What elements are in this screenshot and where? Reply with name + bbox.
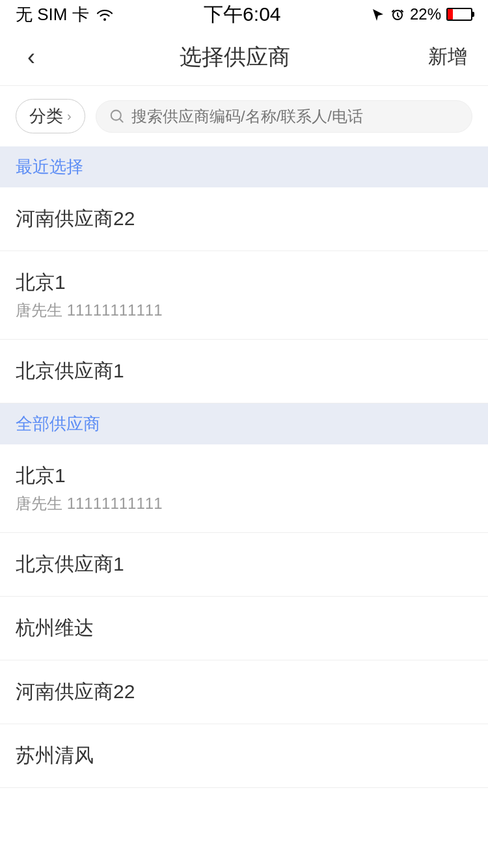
list-item[interactable]: 北京供应商1 [0,533,488,597]
category-filter-button[interactable]: 分类 › [16,99,85,133]
item-contact: 唐先生 11111111111 [16,493,472,514]
category-label: 分类 [29,105,63,128]
alarm-icon [390,7,405,21]
item-name: 河南供应商22 [16,679,472,705]
location-icon [371,7,385,21]
status-bar-time: 下午6:04 [204,1,280,28]
item-name: 北京1 [16,269,472,296]
list-item[interactable]: 北京1唐先生 11111111111 [0,251,488,340]
list-item[interactable]: 河南供应商22 [0,187,488,251]
item-name: 北京1 [16,463,472,489]
search-icon [109,108,125,125]
list-item[interactable]: 北京供应商1 [0,340,488,403]
nav-bar: ‹ 选择供应商 新增 [0,29,488,86]
item-name: 苏州清风 [16,742,472,769]
chevron-right-icon: › [67,109,72,124]
back-button[interactable]: ‹ [21,37,42,77]
battery-percentage: 22% [410,5,441,23]
list-item[interactable]: 河南供应商22 [0,660,488,724]
battery-icon [446,8,472,21]
item-name: 河南供应商22 [16,206,472,232]
item-name: 杭州维达 [16,615,472,642]
section-header-all: 全部供应商 [0,403,488,444]
filter-row: 分类 › [0,86,488,146]
page-title: 选择供应商 [180,42,290,72]
list-item[interactable]: 苏州清风 [0,724,488,788]
status-bar-left: 无 SIM 卡 [16,3,114,26]
search-input[interactable] [131,107,459,126]
list-item[interactable]: 北京1唐先生 11111111111 [0,444,488,533]
item-contact: 唐先生 11111111111 [16,300,472,321]
item-name: 北京供应商1 [16,551,472,578]
item-name: 北京供应商1 [16,358,472,385]
status-bar: 无 SIM 卡 下午6:04 22% [0,0,488,29]
list-item[interactable]: 杭州维达 [0,597,488,660]
section-header-recent: 最近选择 [0,146,488,187]
status-bar-right: 22% [371,5,472,23]
wifi-icon [96,8,114,21]
search-box[interactable] [96,100,472,133]
add-button[interactable]: 新增 [428,44,467,70]
no-sim-label: 无 SIM 卡 [16,3,89,26]
supplier-list: 最近选择河南供应商22北京1唐先生 11111111111北京供应商1全部供应商… [0,146,488,788]
